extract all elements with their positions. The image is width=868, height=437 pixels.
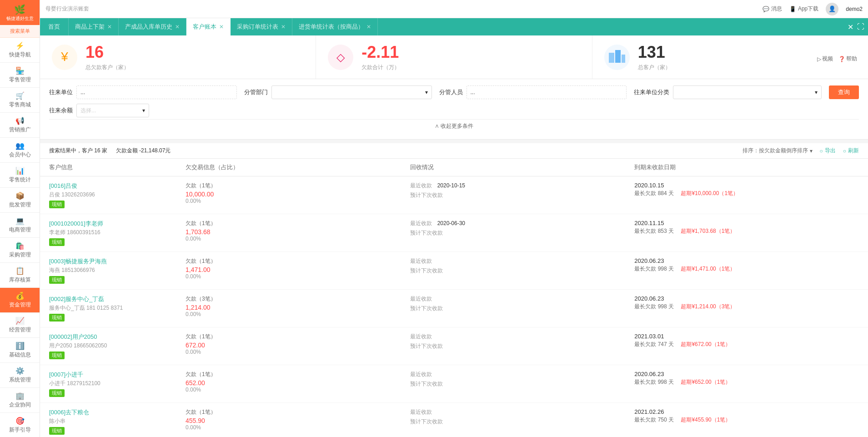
avatar[interactable]: 👤 xyxy=(826,3,838,15)
help-button[interactable]: ❓ 帮助 xyxy=(838,55,857,63)
message-button[interactable]: 💬 消息 xyxy=(763,5,782,13)
query-button[interactable]: 查询 xyxy=(829,85,859,99)
sidebar-item-marketing[interactable]: 📢 营销推广 xyxy=(0,113,40,138)
debt-amount-6[interactable]: 455.90 xyxy=(186,417,410,424)
overdue-amount-3[interactable]: 超期¥1,214.00（3笔） xyxy=(681,303,735,310)
dept-select[interactable]: ▾ xyxy=(271,85,432,99)
sidebar-item-enterprise[interactable]: 🏢 企业协同 xyxy=(0,388,40,413)
tab-purchase-order-label: 采购订单统计表 xyxy=(237,23,278,31)
debt-amount-0[interactable]: 10,000.00 xyxy=(186,191,410,198)
tab-purchase-order-close[interactable]: ✕ xyxy=(281,24,286,30)
header-customer-info: 客户信息 xyxy=(49,163,186,171)
debt-amount-4[interactable]: 672.00 xyxy=(186,342,410,349)
debt-count-3: 欠款（3笔） xyxy=(186,295,410,303)
staff-input[interactable]: ... xyxy=(467,85,627,99)
sidebar-item-newbie[interactable]: 🎯 新手引导 xyxy=(0,413,40,437)
header-recovery: 回收情况 xyxy=(410,163,635,171)
results-amount-value: -21,148.07元 xyxy=(139,147,171,154)
tab-product-listing[interactable]: 商品上下架 ✕ xyxy=(69,18,119,35)
sidebar-item-purchase[interactable]: 🛍️ 采购管理 xyxy=(0,238,40,263)
member-label: 会员中心 xyxy=(9,151,31,158)
debt-amount-5[interactable]: 652.00 xyxy=(186,379,410,387)
username[interactable]: demo2 xyxy=(846,6,863,12)
enterprise-label: 企业协同 xyxy=(9,402,31,408)
customer-name-3[interactable]: [0002]服务中心_丁磊 xyxy=(49,295,186,303)
app-download-button[interactable]: 📱 App下载 xyxy=(789,5,818,13)
unit-category-select[interactable]: ▾ xyxy=(673,85,822,99)
tab-purchase-order[interactable]: 采购订单统计表 ✕ xyxy=(231,18,292,35)
close-all-tabs-icon[interactable]: ✕ xyxy=(848,23,853,31)
expand-icon[interactable]: ⛶ xyxy=(857,23,864,31)
overdue-info-4: 2021.03.01 最长欠款 747 天 超期¥672.00（1笔） xyxy=(634,333,859,348)
tab-product-listing-close[interactable]: ✕ xyxy=(107,24,112,30)
balance-select[interactable]: 选择... ▾ xyxy=(76,104,149,117)
overdue-amount-4[interactable]: 超期¥672.00（1笔） xyxy=(681,341,731,347)
overdue-amount-2[interactable]: 超期¥1,471.00（1笔） xyxy=(681,266,735,272)
customer-sub-0: 吕俊 13026203696 xyxy=(49,191,186,199)
unit-category-dropdown-icon: ▾ xyxy=(815,89,818,95)
customer-name-6[interactable]: [0006]去下粮仓 xyxy=(49,408,186,417)
sidebar-item-operations[interactable]: 📈 经营管理 xyxy=(0,313,40,338)
sidebar-item-system[interactable]: ⚙️ 系统管理 xyxy=(0,363,40,388)
sidebar-item-member[interactable]: 👥 会员中心 xyxy=(0,138,40,163)
customer-name-0[interactable]: [0016]吕俊 xyxy=(49,182,186,190)
tab-product-history[interactable]: 产成品入库单历史 ✕ xyxy=(119,18,186,35)
sidebar-item-inventory[interactable]: 📋 库存核算 xyxy=(0,263,40,288)
customer-sub-3: 服务中心_丁磊 181 0125 8371 xyxy=(49,304,186,312)
debt-percent-4: 0.00% xyxy=(186,349,410,355)
staff-label: 分管人员 xyxy=(439,88,463,96)
tab-purchase-stats[interactable]: 进货单统计表（按商品） ✕ xyxy=(292,18,378,35)
customer-name-5[interactable]: [0007]小进千 xyxy=(49,371,186,379)
sidebar-item-ecommerce[interactable]: 💻 电商管理 xyxy=(0,213,40,238)
sidebar-item-quick-nav[interactable]: ⚡ 快捷导航 xyxy=(0,38,40,63)
debt-amount-3[interactable]: 1,214.00 xyxy=(186,304,410,311)
video-button[interactable]: ▷ 视频 xyxy=(817,55,833,63)
overdue-date-4: 2021.03.01 xyxy=(634,333,859,340)
sidebar-item-retail-manage[interactable]: 🏪 零售管理 xyxy=(0,63,40,88)
tab-customer-account[interactable]: 客户账本 ✕ xyxy=(186,18,231,35)
header-debt-info: 欠交易信息（占比） xyxy=(186,163,410,171)
overdue-amount-1[interactable]: 超期¥1,703.68（1笔） xyxy=(681,228,735,234)
logo-icon: 🌿 xyxy=(3,4,37,15)
refresh-icon: ○ xyxy=(843,148,846,154)
sidebar-item-basic-info[interactable]: ℹ️ 基础信息 xyxy=(0,338,40,363)
overdue-amount-0[interactable]: 超期¥10,000.00（1笔） xyxy=(681,190,738,196)
tab-customer-account-close[interactable]: ✕ xyxy=(219,24,224,30)
sidebar-item-batch-manage[interactable]: 📦 批发管理 xyxy=(0,188,40,213)
sort-label: 排序：按欠款金额倒序排序 xyxy=(743,147,808,155)
total-customers-number: 131 xyxy=(638,43,671,62)
customer-info-4: [000002]用户2050 用户2050 18665062050 现销 xyxy=(49,333,186,359)
overdue-amount-6[interactable]: 超期¥455.90（1笔） xyxy=(681,417,731,423)
overdue-amount-5[interactable]: 超期¥652.00（1笔） xyxy=(681,379,731,385)
debt-percent-6: 0.00% xyxy=(186,424,410,431)
sidebar-item-finance[interactable]: 💰 资金管理 xyxy=(0,288,40,313)
customer-name-2[interactable]: [0003]畅捷服务尹海燕 xyxy=(49,257,186,266)
stat-card-overdue-amount: ◇ -2.11 欠款合计（万） xyxy=(316,35,592,79)
search-menu[interactable]: 搜索菜单 xyxy=(0,25,40,38)
ecommerce-label: 电商管理 xyxy=(9,226,31,233)
debt-amount-1[interactable]: 1,703.68 xyxy=(186,228,410,236)
filter-row-2: 往来余额 选择... ▾ xyxy=(49,104,859,117)
overdue-days-2: 最长欠款 998 天 超期¥1,471.00（1笔） xyxy=(634,265,859,273)
tab-product-history-close[interactable]: ✕ xyxy=(175,24,180,30)
sidebar-item-retail-stats[interactable]: 📊 零售统计 xyxy=(0,163,40,188)
export-button[interactable]: ○ 导出 xyxy=(820,147,836,155)
customer-name-1[interactable]: [0001020001]李老师 xyxy=(49,220,186,228)
refresh-button[interactable]: ○ 刷新 xyxy=(843,147,859,155)
overdue-customers-icon: ¥ xyxy=(51,44,78,71)
total-customers-icon xyxy=(603,44,631,71)
customer-sub-5: 小进千 18279152100 xyxy=(49,380,186,387)
tab-purchase-stats-close[interactable]: ✕ xyxy=(366,24,371,30)
app-logo[interactable]: 🌿 畅捷通好生意 xyxy=(0,0,40,25)
results-actions: 排序：按欠款金额倒序排序 ▾ ○ 导出 ○ 刷新 xyxy=(743,147,859,155)
from-unit-filter: 往来单位 ... xyxy=(49,85,237,99)
sidebar-item-retail-store[interactable]: 🛒 零售商城 xyxy=(0,88,40,113)
debt-amount-2[interactable]: 1,471.00 xyxy=(186,266,410,273)
table-row: [0016]吕俊 吕俊 13026203696 现销 欠款（1笔） 10,000… xyxy=(40,176,868,214)
sort-select[interactable]: 排序：按欠款金额倒序排序 ▾ xyxy=(743,147,813,155)
tab-home[interactable]: 首页 xyxy=(40,18,69,35)
collapse-more-button[interactable]: ∧ 收起更多条件 xyxy=(49,119,859,133)
customer-name-4[interactable]: [000002]用户2050 xyxy=(49,333,186,341)
from-unit-input[interactable]: ... xyxy=(76,85,237,99)
recovery-info-6: 最近收款 预计下次收款 xyxy=(410,408,635,426)
